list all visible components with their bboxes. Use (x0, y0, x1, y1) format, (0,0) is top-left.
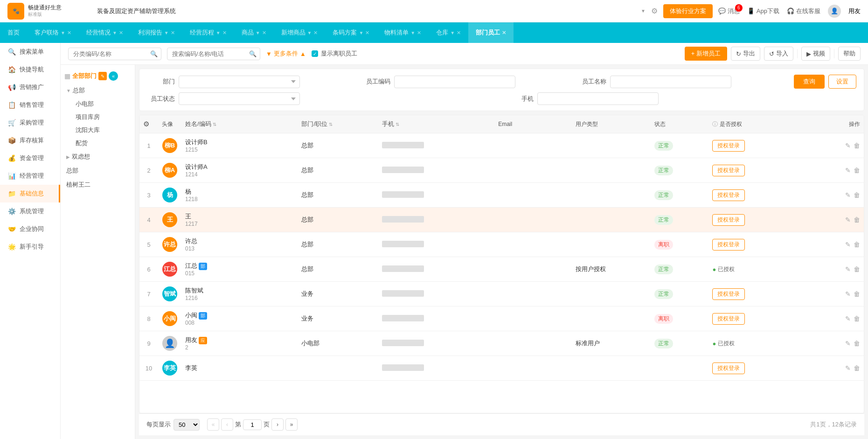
tree-node-zonbu2[interactable]: 总部 (61, 164, 135, 178)
dept-sort-icon[interactable]: ⇅ (329, 122, 333, 127)
sidebar-item-search[interactable]: 🔍 搜索菜单 (0, 43, 60, 61)
message-btn[interactable]: 💬 消息 6 (718, 7, 740, 15)
delete-icon[interactable]: 🗑 (854, 191, 860, 199)
tab-goods[interactable]: 商品 ▼ ✕ (234, 22, 274, 43)
sidebar-item-marketing[interactable]: 📢 营销推广 (0, 78, 60, 96)
online-service-btn[interactable]: 🎧 在线客服 (787, 7, 820, 15)
tab-bom[interactable]: 物料清单 ▼ ✕ (377, 22, 429, 43)
edit-icon[interactable]: ✎ (845, 216, 851, 223)
tab-barcode-close[interactable]: ✕ (365, 30, 369, 36)
edit-icon[interactable]: ✎ (845, 142, 851, 149)
empstatus-select[interactable] (179, 92, 300, 105)
sidebar-item-operations[interactable]: 📊 经营管理 (0, 167, 60, 185)
auth-help-icon[interactable]: ⓘ (712, 121, 718, 127)
user-avatar[interactable]: 👤 (828, 5, 841, 18)
delete-icon[interactable]: 🗑 (854, 167, 860, 174)
edit-icon[interactable]: ✎ (845, 167, 851, 174)
auth-login-btn[interactable]: 授权登录 (712, 165, 745, 176)
tab-profit-close[interactable]: ✕ (171, 30, 175, 36)
edit-icon[interactable]: ✎ (845, 290, 851, 298)
tree-node-shuanglv[interactable]: ▶ 双虑想 (61, 150, 135, 164)
next-page-btn[interactable]: › (271, 418, 284, 431)
phone-search-input[interactable] (167, 48, 260, 60)
tab-profit[interactable]: 利润报告 ▼ ✕ (131, 22, 182, 43)
search-submit-icon[interactable]: 🔍 (150, 50, 158, 57)
export-button[interactable]: ↻ 导出 (731, 47, 760, 61)
delete-icon[interactable]: 🗑 (854, 142, 860, 149)
sidebar-item-purchase[interactable]: 🛒 采购管理 (0, 114, 60, 132)
sidebar-item-basic[interactable]: 📁 基础信息 (0, 185, 60, 202)
prev-page-btn[interactable]: ‹ (221, 418, 233, 431)
app-download-btn[interactable]: 📱 App下载 (747, 7, 779, 15)
tab-customer[interactable]: 客户联络 ▼ ✕ (27, 22, 79, 43)
tree-node-zhishu[interactable]: 植树王二 (61, 178, 135, 192)
show-resigned-checkbox[interactable]: ✓ (312, 50, 318, 57)
empcode-input[interactable] (394, 76, 515, 88)
phone-sort-icon[interactable]: ⇅ (396, 122, 399, 127)
auth-login-btn[interactable]: 授权登录 (712, 140, 745, 152)
delete-icon[interactable]: 🗑 (854, 265, 860, 273)
edit-icon[interactable]: ✎ (845, 364, 851, 372)
tree-node-shenyang[interactable]: 沈阳大库 (61, 124, 135, 137)
tab-warehouse-close[interactable]: ✕ (457, 30, 461, 36)
sidebar-item-system[interactable]: ⚙️ 系统管理 (0, 202, 60, 220)
tree-grid-icon[interactable]: ▦ (64, 72, 70, 80)
auth-login-btn[interactable]: 授权登录 (712, 214, 745, 226)
edit-icon[interactable]: ✎ (845, 191, 851, 199)
tree-node-xiangmu[interactable]: 项目库房 (61, 111, 135, 124)
tab-goods-close[interactable]: ✕ (262, 30, 266, 36)
tree-collapse-btn[interactable]: « (109, 71, 118, 81)
tab-history-close[interactable]: ✕ (222, 30, 227, 36)
edit-icon[interactable]: ✎ (845, 340, 851, 347)
tab-customer-close[interactable]: ✕ (67, 30, 71, 36)
import-button[interactable]: ↺ 导入 (764, 47, 793, 61)
tab-home[interactable]: 首页 (0, 22, 27, 43)
delete-icon[interactable]: 🗑 (854, 241, 860, 248)
experience-button[interactable]: 体验行业方案 (663, 4, 713, 18)
query-button[interactable]: 查询 (794, 75, 825, 89)
tab-addgoods-close[interactable]: ✕ (313, 30, 318, 36)
auth-login-btn[interactable]: 授权登录 (712, 288, 745, 300)
tab-barcode[interactable]: 条码方案 ▼ ✕ (325, 22, 377, 43)
last-page-btn[interactable]: » (285, 418, 298, 431)
edit-icon[interactable]: ✎ (845, 241, 851, 248)
auth-login-btn[interactable]: 授权登录 (712, 362, 745, 374)
delete-icon[interactable]: 🗑 (854, 315, 860, 322)
add-employee-button[interactable]: + 新增员工 (685, 47, 727, 61)
sidebar-item-collab[interactable]: 🤝 企业协同 (0, 220, 60, 238)
auth-login-btn[interactable]: 授权登录 (712, 239, 745, 251)
view-button[interactable]: ▶ 视频 (801, 47, 830, 61)
empname-input[interactable] (610, 76, 731, 88)
phone-input[interactable] (537, 92, 659, 105)
tree-edit-icon[interactable]: ✎ (98, 72, 107, 80)
sidebar-item-finance[interactable]: 💰 资金管理 (0, 149, 60, 167)
auth-login-btn[interactable]: 授权登录 (712, 189, 745, 201)
delete-icon[interactable]: 🗑 (854, 290, 860, 298)
tab-employees[interactable]: 部门员工 ✕ (468, 22, 514, 43)
page-number-input[interactable] (243, 419, 262, 430)
tree-node-zonbu-root[interactable]: ▼ 总部 (61, 84, 135, 98)
tab-add-goods[interactable]: 新增商品 ▼ ✕ (274, 22, 326, 43)
delete-icon[interactable]: 🗑 (854, 364, 860, 372)
name-sort-icon[interactable]: ⇅ (213, 122, 216, 127)
tab-ops-close[interactable]: ✕ (119, 30, 123, 36)
more-filter-btn[interactable]: ▼ 更多条件 ▲ (266, 49, 306, 58)
tree-node-xiaodian[interactable]: 小电部 (61, 98, 135, 111)
sidebar-item-sales[interactable]: 📋 销售管理 (0, 96, 60, 114)
edit-icon[interactable]: ✎ (845, 315, 851, 322)
edit-icon[interactable]: ✎ (845, 265, 851, 273)
tab-operations[interactable]: 经营情况 ▼ ✕ (79, 22, 131, 43)
set-button[interactable]: 设置 (828, 75, 856, 89)
sidebar-item-inventory[interactable]: 📦 库存核算 (0, 132, 60, 149)
tab-history[interactable]: 经营历程 ▼ ✕ (182, 22, 234, 43)
per-page-select[interactable]: 50 100 200 (174, 419, 200, 431)
help-button[interactable]: 帮助 (838, 47, 861, 61)
tab-bom-close[interactable]: ✕ (417, 30, 421, 36)
search-input[interactable] (68, 48, 161, 60)
show-resigned-toggle[interactable]: ✓ 显示离职员工 (312, 49, 357, 58)
tree-node-peihuo[interactable]: 配货 (61, 137, 135, 150)
all-dept-label[interactable]: 全部部门 (72, 72, 97, 80)
tab-warehouse[interactable]: 仓库 ▼ ✕ (429, 22, 468, 43)
auth-login-btn[interactable]: 授权登录 (712, 313, 745, 325)
delete-icon[interactable]: 🗑 (854, 216, 860, 223)
